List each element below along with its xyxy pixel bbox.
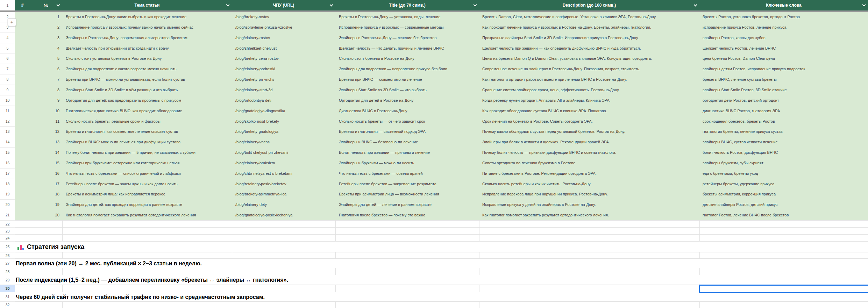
column-header-num[interactable]: №	[30, 0, 62, 10]
cell-topic[interactable]: Элайнеры Start Smile и 3D Smile: в чём р…	[66, 85, 178, 95]
cell-description[interactable]: Прозрачные элайнеры Start Smile и 3D Smi…	[482, 33, 639, 43]
cell-title[interactable]: Ретейнеры после брекетов — закрепление р…	[339, 179, 436, 189]
cell-url[interactable]: /blog/ortodontiya-deti	[235, 95, 271, 106]
row-header-10[interactable]: 10	[0, 95, 15, 106]
strategy-heading[interactable]: Стратегия запуска	[27, 242, 84, 252]
cell-keywords[interactable]: брекеты Ростов, установка брекетов, орто…	[703, 12, 800, 22]
column-header-keywords[interactable]: Ключевые слова	[699, 0, 868, 10]
cell-title[interactable]: Что нельзя есть с брекетами — советы вра…	[339, 169, 423, 179]
cell-topic[interactable]: Элайнеры при бруксизме: осторожно или ка…	[66, 158, 180, 169]
strategy-line[interactable]: Через 60 дней сайт получит стабильный тр…	[16, 292, 265, 302]
column-header-url[interactable]: ЧПУ (URL)	[232, 0, 335, 10]
sheet-row-26[interactable]	[15, 252, 868, 259]
column-header-title[interactable]: Title (до 70 симв.)	[335, 0, 479, 10]
cell-url[interactable]: /blog/elainery-bruksizm	[235, 158, 275, 169]
cell-description[interactable]: Как проходит лечение прикуса у взрослых …	[482, 22, 651, 33]
row-header-6[interactable]: 6	[0, 53, 15, 64]
cell-description[interactable]: Как проходит обследование сустава ВНЧС в…	[482, 106, 607, 116]
cell-num[interactable]: 16	[35, 169, 59, 179]
cell-description[interactable]: Почему болит челюсть — признаки дисфункц…	[482, 148, 616, 158]
cell-topic[interactable]: Элайнеры для подростков: с какого возрас…	[66, 64, 176, 74]
cell-topic[interactable]: Элайнеры в Ростове-на-Дону: современная …	[66, 33, 187, 43]
cell-topic[interactable]: Что нельзя есть с брекетами — список огр…	[66, 169, 181, 179]
cell-topic[interactable]: Элайнеры для детей: как проходит коррекц…	[66, 200, 182, 210]
row-header-13[interactable]: 13	[0, 127, 15, 137]
row-header-14[interactable]: 14	[0, 137, 15, 148]
cell-keywords[interactable]: диагностика ВНЧС Ростов, гнатология ЭРА	[703, 106, 780, 116]
cell-num[interactable]: 19	[35, 200, 59, 210]
row-header-19[interactable]: 19	[0, 189, 15, 200]
sheet-row-22[interactable]	[15, 221, 868, 228]
cell-keywords[interactable]: щёлкает челюсть Ростов, лечение ВНЧС	[703, 43, 776, 54]
sheet-row-25[interactable]	[15, 242, 868, 252]
row-header-15[interactable]: 15	[0, 148, 15, 158]
cell-topic[interactable]: Как гнатология помогает сохранить резуль…	[66, 210, 196, 221]
sheet-row-32[interactable]	[15, 302, 868, 308]
row-header-17[interactable]: 17	[0, 169, 15, 179]
cell-url[interactable]: /blog/brekety-cena-rostov	[235, 53, 279, 64]
cell-title[interactable]: Исправление прикуса у взрослых — совреме…	[339, 22, 443, 33]
cell-keywords[interactable]: элайнеры ВНЧС, сустав челюсти лечение	[703, 137, 778, 148]
cell-num[interactable]: 7	[35, 74, 59, 85]
cell-topic[interactable]: Брекеты и асимметрия лица: как исправляе…	[66, 189, 165, 200]
cell-description[interactable]: Сколько носить ретейнеры и как их чистит…	[482, 179, 591, 189]
row-header-5[interactable]: 5	[0, 43, 15, 54]
cell-url[interactable]: /blog/elainery-start-3d	[235, 85, 272, 95]
cell-description[interactable]: Сравнение систем элайнеров: сроки, цена,…	[482, 85, 620, 95]
row-header-27[interactable]: 27	[0, 259, 15, 268]
cell-keywords[interactable]: цена брекеты Ростов, Damon Clear цена	[703, 53, 775, 64]
row-header-4[interactable]: 4	[0, 33, 15, 43]
row-header-25[interactable]: 25	[0, 242, 15, 252]
cell-num[interactable]: 4	[35, 43, 59, 54]
row-header-12[interactable]: 12	[0, 116, 15, 127]
column-header-hash[interactable]: #	[15, 0, 30, 10]
cell-description[interactable]: Как гнатолог помогает закрепить результа…	[482, 210, 609, 221]
cell-url[interactable]: /blog/elainery-dety	[235, 200, 267, 210]
cell-description[interactable]: Срок лечения на брекетах в Ростове. Сове…	[482, 116, 593, 127]
cell-url[interactable]: /blog/brekety-asimmetriya-lica	[235, 189, 286, 200]
cell-title[interactable]: Элайнеры для детей — лечение в раннем во…	[339, 200, 432, 210]
cell-title[interactable]: Щёлкает челюсть — что делать, причины и …	[339, 43, 444, 54]
cell-keywords[interactable]: ретейнеры брекеты, удержание прикуса	[703, 179, 774, 189]
cell-keywords[interactable]: детские элайнеры Ростов, детский прикус	[703, 200, 777, 210]
cell-title[interactable]: Брекеты при асимметрии лица — возможност…	[339, 189, 439, 200]
row-header-9[interactable]: 9	[0, 85, 15, 95]
cell-num[interactable]: 14	[35, 148, 59, 158]
cell-description[interactable]: Исправление прикуса у детей на элайнерах…	[482, 200, 596, 210]
cell-url[interactable]: /blog/gnatologiya-posle-lecheniya	[235, 210, 292, 221]
cell-url[interactable]: /blog/elainery-vnchs	[235, 137, 270, 148]
chevron-down-icon[interactable]	[57, 3, 60, 7]
cell-topic[interactable]: Исправление прикуса у взрослых: почему в…	[66, 22, 193, 33]
cell-topic[interactable]: Брекеты и гнатология: как совместное леч…	[66, 127, 178, 137]
cell-title[interactable]: Сколько стоят брекеты в Ростове-на-Дону	[339, 53, 414, 64]
cell-topic[interactable]: Элайнеры и ВНЧС: можно ли лечиться при д…	[66, 137, 180, 148]
cell-keywords[interactable]: гнатология брекеты, лечение прикуса суст…	[703, 127, 783, 137]
cell-title[interactable]: Элайнеры и бруксизм — можно ли носить	[339, 158, 414, 169]
cell-title[interactable]: Брекеты в Ростове-на-Дону — установка, в…	[339, 12, 440, 22]
cell-title[interactable]: Брекеты при ВНЧС — совместимо ли лечение	[339, 74, 422, 85]
cell-url[interactable]: /blog/elainery-rostov	[235, 33, 270, 43]
chevron-down-icon[interactable]	[226, 3, 230, 7]
cell-keywords[interactable]: элайнеры бруксизм, зубы скрипят	[703, 158, 763, 169]
cell-keywords[interactable]: элайнеры Start Smile Ростов, 3D Smile от…	[703, 85, 787, 95]
cell-url[interactable]: /blog/ispravlenie-prikusa-vzroslye	[235, 22, 292, 33]
row-header-23[interactable]: 23	[0, 228, 15, 235]
cell-description[interactable]: Когда ребёнку нужен ортодонт. Аппараты A…	[482, 95, 611, 106]
row-header-32[interactable]: 32	[0, 302, 15, 308]
row-header-16[interactable]: 16	[0, 158, 15, 169]
strategy-line[interactable]: После индексации (1,5–2 нед.) — добавляе…	[16, 275, 288, 285]
cell-title[interactable]: Диагностика ВНЧС в Ростове-на-Дону	[339, 106, 407, 116]
column-header-description[interactable]: Description (до 160 симв.)	[479, 0, 699, 10]
cell-url[interactable]: /blog/brekety-rostov	[235, 12, 269, 22]
cell-title[interactable]: Ортодонтия для детей в Ростове-на-Дону	[339, 95, 413, 106]
row-header-24[interactable]: 24	[0, 235, 15, 242]
cell-description[interactable]: Почему важно обследовать сустав перед ус…	[482, 127, 625, 137]
row-header-11[interactable]: 11	[0, 106, 15, 116]
cell-description[interactable]: Исправление перекоса лица при нарушении …	[482, 189, 608, 200]
row-header-30[interactable]: 30	[0, 285, 15, 292]
row-header-28[interactable]: 28	[0, 268, 15, 275]
cell-title[interactable]: Элайнеры Start Smile vs 3D Smile — что в…	[339, 85, 427, 95]
cell-num[interactable]: 1	[35, 12, 59, 22]
cell-num[interactable]: 15	[35, 158, 59, 169]
row-header-22[interactable]: 22	[0, 221, 15, 228]
